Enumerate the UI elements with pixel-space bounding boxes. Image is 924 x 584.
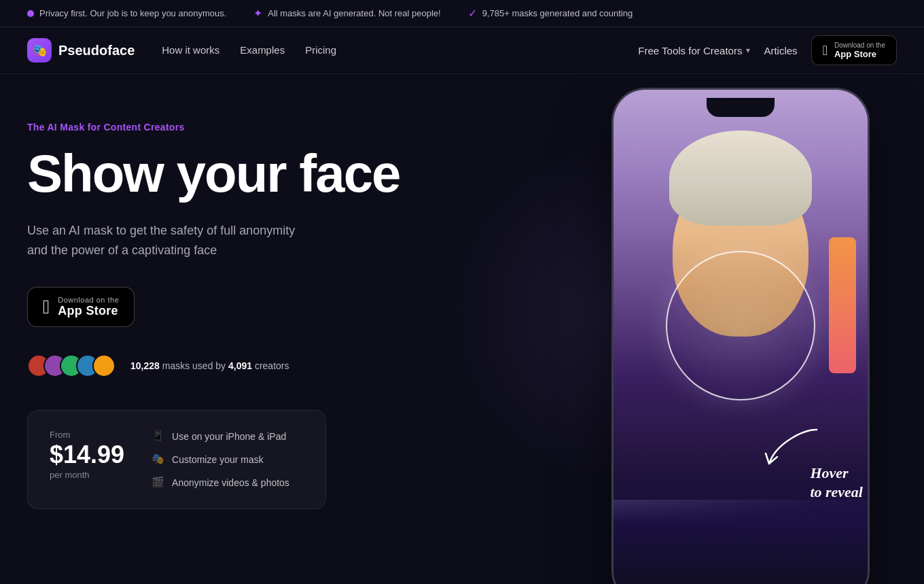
check-icon: ✓ xyxy=(468,7,477,20)
video-icon: 🎬 xyxy=(152,476,165,489)
nav-appstore-button[interactable]:  Download on the App Store xyxy=(811,35,897,65)
nav-links: How it works Examples Pricing xyxy=(162,44,336,56)
feature-anonymize: 🎬 Anonymize videos & photos xyxy=(152,476,289,489)
nav-examples[interactable]: Examples xyxy=(240,44,285,56)
free-tools-button[interactable]: Free Tools for Creators ▾ xyxy=(638,45,750,56)
phone-notch xyxy=(707,98,775,117)
feature-iphone: 📱 Use on your iPhone & iPad xyxy=(152,430,289,443)
articles-link[interactable]: Articles xyxy=(764,45,797,56)
pricing-card: From $14.99 per month 📱 Use on your iPho… xyxy=(27,410,326,509)
avatars xyxy=(27,354,109,377)
masks-label: masks used by xyxy=(162,360,226,371)
social-proof-text: 10,228 masks used by 4,091 creators xyxy=(130,360,289,371)
announcement-bar: Privacy first. Our job is to keep you an… xyxy=(0,0,924,27)
price: $14.99 xyxy=(50,443,124,467)
download-on-label: Download on the xyxy=(58,296,119,304)
hover-line2: to reveal xyxy=(810,483,863,502)
customize-icon: 🎭 xyxy=(152,453,165,466)
features-list: 📱 Use on your iPhone & iPad 🎭 Customize … xyxy=(152,430,289,489)
person-hair xyxy=(669,131,812,226)
iphone-icon: 📱 xyxy=(152,430,165,443)
sparkle-icon: ✦ xyxy=(253,7,262,20)
hover-annotation: Hover to reveal xyxy=(810,464,863,502)
phone-mockup: Hover to reveal xyxy=(598,74,883,584)
per-month: per month xyxy=(50,470,124,480)
logo-text: Pseudoface xyxy=(58,43,135,58)
hero-apple-icon:  xyxy=(43,298,50,317)
phone-case-accent xyxy=(829,237,856,373)
feature-customize: 🎭 Customize your mask xyxy=(152,453,289,466)
avatar-5 xyxy=(92,354,116,377)
btn-text: Download on the App Store xyxy=(58,296,119,318)
privacy-notice: Privacy first. Our job is to keep you an… xyxy=(27,8,226,18)
nav-store-name: App Store xyxy=(834,49,885,59)
reveal-circle xyxy=(666,251,815,400)
nav-left: 🎭 Pseudoface How it works Examples Prici… xyxy=(27,38,336,63)
logo[interactable]: 🎭 Pseudoface xyxy=(27,38,135,63)
social-proof: 10,228 masks used by 4,091 creators xyxy=(27,354,421,377)
hero-subtitle-line2: and the power of a captivating face xyxy=(27,243,217,257)
app-store-label: App Store xyxy=(58,304,118,318)
feature-customize-text: Customize your mask xyxy=(172,454,264,465)
nav-right: Free Tools for Creators ▾ Articles  Dow… xyxy=(638,35,897,65)
apple-icon:  xyxy=(823,43,828,58)
feature-anonymize-text: Anonymize videos & photos xyxy=(172,477,289,488)
arrow-icon xyxy=(762,423,823,470)
chevron-down-icon: ▾ xyxy=(746,46,750,55)
privacy-text: Privacy first. Our job is to keep you an… xyxy=(39,8,226,18)
store-text: Download on the App Store xyxy=(834,41,885,59)
dot-icon xyxy=(27,10,34,17)
hero-download-button[interactable]:  Download on the App Store xyxy=(27,287,135,327)
count-notice: ✓ 9,785+ masks generated and counting xyxy=(468,7,633,20)
masks-count: 10,228 xyxy=(130,360,160,371)
hero-title: Show your face xyxy=(27,146,421,202)
logo-icon: 🎭 xyxy=(27,38,52,63)
creators-label: creators xyxy=(255,360,289,371)
count-text: 9,785+ masks generated and counting xyxy=(482,8,633,18)
ai-text: All masks are AI generated. Not real peo… xyxy=(268,8,440,18)
ai-notice: ✦ All masks are AI generated. Not real p… xyxy=(253,7,440,20)
nav-pricing[interactable]: Pricing xyxy=(305,44,336,56)
price-section: From $14.99 per month xyxy=(50,430,124,489)
from-label: From xyxy=(50,430,124,440)
hero-section: The AI Mask for Content Creators Show yo… xyxy=(0,74,924,584)
feature-iphone-text: Use on your iPhone & iPad xyxy=(172,431,286,442)
hero-subtitle: Use an AI mask to get the safety of full… xyxy=(27,221,353,260)
hero-tag: The AI Mask for Content Creators xyxy=(27,122,421,133)
free-tools-label: Free Tools for Creators xyxy=(638,45,742,56)
navigation: 🎭 Pseudoface How it works Examples Prici… xyxy=(0,27,924,74)
nav-download-on-label: Download on the xyxy=(834,41,885,49)
hero-subtitle-line1: Use an AI mask to get the safety of full… xyxy=(27,224,295,237)
nav-how-it-works[interactable]: How it works xyxy=(162,44,219,56)
hero-content: The AI Mask for Content Creators Show yo… xyxy=(27,115,421,509)
creators-count: 4,091 xyxy=(228,360,252,371)
